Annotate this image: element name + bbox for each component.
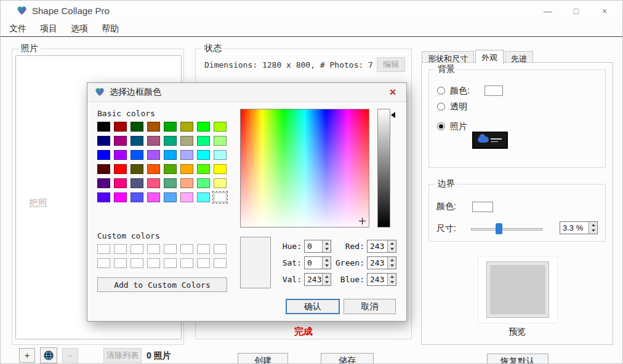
basic-color-swatch[interactable] xyxy=(197,164,210,174)
custom-color-swatch[interactable] xyxy=(180,258,193,268)
add-to-custom-colors-button[interactable]: Add to Custom Colors xyxy=(97,277,227,292)
basic-color-swatch[interactable] xyxy=(97,150,110,160)
basic-color-swatch[interactable] xyxy=(214,122,227,132)
custom-color-swatch[interactable] xyxy=(214,258,227,268)
basic-color-swatch[interactable] xyxy=(214,178,227,188)
sat-spinner[interactable]: 0 xyxy=(304,256,331,269)
basic-color-swatch[interactable] xyxy=(164,192,177,202)
basic-color-swatch[interactable] xyxy=(197,122,210,132)
custom-color-swatch[interactable] xyxy=(97,258,110,268)
spin-up-icon[interactable] xyxy=(589,222,597,228)
basic-color-swatch[interactable] xyxy=(97,122,110,132)
sat-spin-buttons[interactable] xyxy=(322,257,331,269)
basic-color-swatch[interactable] xyxy=(97,178,110,188)
basic-color-swatch[interactable] xyxy=(164,164,177,174)
basic-color-swatch[interactable] xyxy=(214,192,227,202)
background-color-swatch[interactable] xyxy=(484,85,503,96)
custom-color-swatch[interactable] xyxy=(214,244,227,254)
tab-appearance[interactable]: 外观 xyxy=(475,50,504,64)
custom-color-swatch[interactable] xyxy=(164,258,177,268)
custom-color-swatch[interactable] xyxy=(197,258,210,268)
basic-color-swatch[interactable] xyxy=(147,136,160,146)
spin-down-icon[interactable] xyxy=(589,228,597,234)
custom-color-swatch[interactable] xyxy=(131,244,143,254)
custom-color-swatch[interactable] xyxy=(180,244,193,254)
basic-color-swatch[interactable] xyxy=(197,136,210,146)
basic-color-swatch[interactable] xyxy=(97,192,110,202)
custom-color-swatch[interactable] xyxy=(131,258,143,268)
basic-color-swatch[interactable] xyxy=(164,150,177,160)
clear-list-button[interactable]: 清除列表 xyxy=(103,348,142,363)
custom-color-swatch[interactable] xyxy=(114,258,127,268)
dialog-close-button[interactable]: × xyxy=(385,85,400,100)
background-photo-radio[interactable] xyxy=(437,122,445,130)
custom-color-swatch[interactable] xyxy=(147,244,160,254)
menu-item-project[interactable]: 项目 xyxy=(34,22,63,36)
basic-color-swatch[interactable] xyxy=(114,136,127,146)
background-color-radio[interactable] xyxy=(437,87,445,95)
close-button[interactable]: × xyxy=(590,1,619,21)
add-photo-button[interactable]: + xyxy=(19,348,35,363)
add-web-photo-button[interactable] xyxy=(40,347,57,363)
val-spin-buttons[interactable] xyxy=(322,274,331,285)
border-size-slider[interactable] xyxy=(471,228,542,231)
blue-spin-buttons[interactable] xyxy=(387,274,396,285)
basic-color-swatch[interactable] xyxy=(131,150,143,160)
red-spin-buttons[interactable] xyxy=(387,240,396,252)
border-color-swatch[interactable] xyxy=(472,202,493,212)
basic-color-swatch[interactable] xyxy=(164,178,177,188)
custom-color-swatch[interactable] xyxy=(197,244,210,254)
basic-color-swatch[interactable] xyxy=(131,136,143,146)
basic-color-swatch[interactable] xyxy=(147,150,160,160)
custom-color-swatch[interactable] xyxy=(147,258,160,268)
basic-color-swatch[interactable] xyxy=(214,150,227,160)
blue-spinner[interactable]: 243 xyxy=(367,273,396,286)
basic-color-swatch[interactable] xyxy=(180,178,193,188)
hue-saturation-picker[interactable] xyxy=(240,109,369,228)
basic-color-swatch[interactable] xyxy=(180,122,193,132)
basic-color-swatch[interactable] xyxy=(214,164,227,174)
basic-color-swatch[interactable] xyxy=(131,192,143,202)
basic-color-swatch[interactable] xyxy=(97,136,110,146)
basic-color-swatch[interactable] xyxy=(131,164,143,174)
menu-item-file[interactable]: 文件 xyxy=(3,22,33,36)
menu-item-help[interactable]: 帮助 xyxy=(95,22,125,36)
basic-color-swatch[interactable] xyxy=(197,178,210,188)
restore-defaults-button[interactable]: 恢复默认 xyxy=(487,354,549,364)
custom-color-swatch[interactable] xyxy=(164,244,177,254)
maximize-button[interactable]: □ xyxy=(562,1,590,21)
green-spinner[interactable]: 243 xyxy=(367,256,396,269)
basic-color-swatch[interactable] xyxy=(197,192,210,202)
custom-color-swatch[interactable] xyxy=(97,244,110,254)
create-button[interactable]: 创建 xyxy=(238,353,288,364)
basic-color-swatch[interactable] xyxy=(180,150,193,160)
value-slider[interactable] xyxy=(377,109,390,228)
basic-color-swatch[interactable] xyxy=(131,178,143,188)
basic-color-swatch[interactable] xyxy=(97,164,110,174)
ok-button[interactable]: 确认 xyxy=(286,299,340,314)
basic-color-swatch[interactable] xyxy=(131,122,143,132)
basic-color-swatch[interactable] xyxy=(164,122,177,132)
save-button[interactable]: 储存 xyxy=(321,353,374,364)
basic-color-swatch[interactable] xyxy=(147,178,160,188)
green-spin-buttons[interactable] xyxy=(387,257,396,269)
basic-color-swatch[interactable] xyxy=(180,164,193,174)
basic-color-swatch[interactable] xyxy=(180,192,193,202)
red-spinner[interactable]: 243 xyxy=(367,240,396,253)
minimize-button[interactable]: — xyxy=(534,1,562,21)
background-transparent-radio[interactable] xyxy=(437,103,445,111)
basic-color-swatch[interactable] xyxy=(114,150,127,160)
cancel-button[interactable]: 取消 xyxy=(344,299,396,314)
basic-color-swatch[interactable] xyxy=(147,164,160,174)
basic-color-swatch[interactable] xyxy=(180,136,193,146)
hue-spinner[interactable]: 0 xyxy=(304,240,331,253)
basic-color-swatch[interactable] xyxy=(214,136,227,146)
photo-thumbnail[interactable] xyxy=(472,132,508,149)
basic-color-swatch[interactable] xyxy=(114,192,127,202)
basic-color-swatch[interactable] xyxy=(147,122,160,132)
basic-color-swatch[interactable] xyxy=(164,136,177,146)
border-size-slider-handle[interactable] xyxy=(496,223,502,234)
border-size-spin-buttons[interactable] xyxy=(589,222,597,234)
custom-color-swatch[interactable] xyxy=(114,244,127,254)
basic-color-swatch[interactable] xyxy=(114,122,127,132)
